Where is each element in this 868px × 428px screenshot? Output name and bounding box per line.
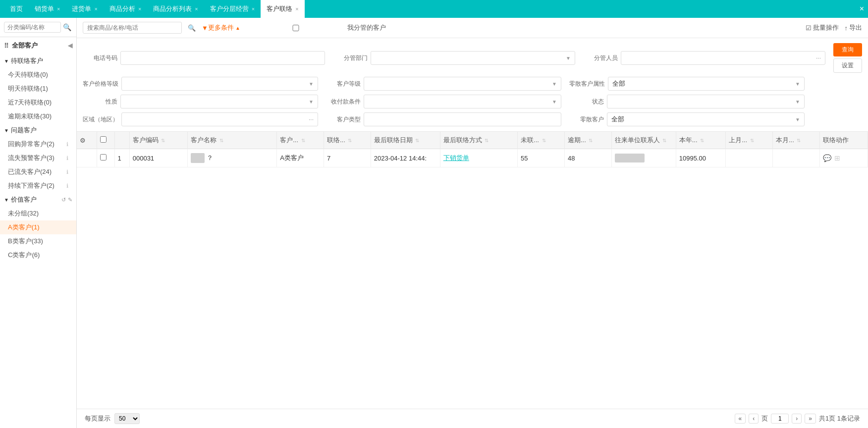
close-sales-tab[interactable]: × <box>57 6 60 12</box>
sidebar-item-class-a[interactable]: A类客户(1) <box>0 220 76 234</box>
customer-tier-select[interactable]: ▼ <box>364 77 561 91</box>
setting-button[interactable]: 设置 <box>833 58 862 73</box>
sidebar-item-class-c[interactable]: C类客户(6) <box>0 248 76 262</box>
retail-customer-select[interactable]: 全部 ▼ <box>607 112 805 126</box>
contact-placeholder <box>615 154 645 162</box>
prev-page-btn[interactable]: ‹ <box>749 414 759 424</box>
dept-select[interactable]: ▼ <box>371 51 575 65</box>
manager-label: 分管人员 <box>583 54 618 62</box>
sidebar-all-customers[interactable]: ⠿ 全部客户 ◀ <box>0 37 76 54</box>
content-area: 🔍 ▼ 更多条件 ▲ 我分管的客户 ☑ 批量操作 ↑ 导出 <box>77 18 868 428</box>
th-last-date[interactable]: 最后联络日期 ⇅ <box>371 132 440 149</box>
refresh-icon[interactable]: ↺ <box>61 197 66 203</box>
th-contact-count[interactable]: 联络... ⇅ <box>324 132 371 149</box>
nav-customer-contact[interactable]: 客户联络 × <box>261 0 304 18</box>
td-checkbox <box>97 149 114 167</box>
advanced-filter: 电话号码 分管部门 ▼ 分管人员 ··· <box>77 38 868 132</box>
retail-attr-select[interactable]: 全部 ▼ <box>608 77 805 91</box>
per-page-select[interactable]: 50 20 100 <box>114 413 140 424</box>
sidebar-item-unclassified[interactable]: 未分组(32) <box>0 207 76 220</box>
close-purchase-tab[interactable]: × <box>94 6 97 12</box>
status-select[interactable]: ▼ <box>607 95 805 108</box>
sidebar-item-churned[interactable]: 已流失客户(24) ℹ <box>0 165 76 179</box>
td-last-month <box>726 149 773 167</box>
price-tier-select[interactable]: ▼ <box>121 77 318 91</box>
sidebar-item-week[interactable]: 近7天待联络(0) <box>0 96 76 109</box>
nav-purchase[interactable]: 进货单 × <box>66 0 103 18</box>
th-last-month[interactable]: 上月... ⇅ <box>726 132 773 149</box>
phone-input[interactable] <box>120 51 325 65</box>
manager-select[interactable]: ··· <box>621 51 825 65</box>
field-retail-attr: 零散客户属性 全部 ▼ <box>569 77 805 91</box>
export-btn[interactable]: ↑ 导出 <box>845 23 863 32</box>
nature-label: 性质 <box>83 98 117 106</box>
nature-select[interactable]: ▼ <box>120 95 318 108</box>
th-overdue[interactable]: 逾期... ⇅ <box>564 132 611 149</box>
th-action: 联络动作 <box>819 132 868 149</box>
th-this-year[interactable]: 本年... ⇅ <box>676 132 725 149</box>
search-input[interactable] <box>83 22 182 34</box>
row-checkbox[interactable] <box>100 154 107 160</box>
close-all-tabs[interactable]: × <box>860 4 864 13</box>
nav-customer-tier[interactable]: 客户分层经营 × <box>204 0 261 18</box>
sidebar-item-tomorrow[interactable]: 明天待联络(1) <box>0 82 76 96</box>
nav-product-analysis[interactable]: 商品分析 × <box>104 0 147 18</box>
retail-customer-label: 零散客户 <box>569 115 604 124</box>
sidebar-item-declining[interactable]: 持续下滑客户(2) ℹ <box>0 179 76 193</box>
customer-type-select[interactable] <box>364 112 561 126</box>
payment-select[interactable]: ▼ <box>364 95 561 108</box>
th-this-month[interactable]: 本月... ⇅ <box>772 132 819 149</box>
last-page-btn[interactable]: » <box>805 414 816 424</box>
more-filters-btn[interactable]: ▼ 更多条件 ▲ <box>202 23 240 32</box>
nav-product-analysis-list[interactable]: 商品分析列表 × <box>147 0 204 18</box>
batch-operation-btn[interactable]: ☑ 批量操作 <box>806 23 839 32</box>
my-customers-checkbox-label[interactable]: 我分管的客户 <box>246 23 386 32</box>
th-row-no <box>114 132 129 149</box>
field-customer-type: 客户类型 <box>326 112 561 126</box>
sidebar-item-class-b[interactable]: B类客户(33) <box>0 234 76 248</box>
th-unit-contact[interactable]: 往来单位联系人 ⇅ <box>611 132 676 149</box>
sidebar-collapse-btn[interactable]: ◀ <box>68 42 72 49</box>
close-customer-tier-tab[interactable]: × <box>252 6 255 12</box>
close-product-list-tab[interactable]: × <box>195 6 198 12</box>
select-all-checkbox[interactable] <box>100 136 107 143</box>
last-method-link[interactable]: 下销货单 <box>443 154 469 161</box>
td-code: 000031 <box>129 149 187 167</box>
sidebar-search-input[interactable] <box>4 22 61 33</box>
region-select[interactable]: ··· <box>121 112 318 126</box>
edit-icon[interactable]: ✎ <box>68 197 72 203</box>
sidebar-item-churn-warning[interactable]: 流失预警客户(3) ℹ <box>0 151 76 165</box>
section-pending-contact[interactable]: ▼ 待联络客户 <box>0 54 76 68</box>
my-customers-checkbox[interactable] <box>246 25 345 31</box>
sidebar-item-repurchase-anomaly[interactable]: 回购异常客户(2) ℹ <box>0 137 76 151</box>
sidebar-item-today[interactable]: 今天待联络(0) <box>0 68 76 82</box>
th-code[interactable]: 客户编码 ⇅ <box>129 132 187 149</box>
close-product-analysis-tab[interactable]: × <box>138 6 141 12</box>
nav-home[interactable]: 首页 <box>4 0 29 18</box>
settings-icon[interactable]: ⚙ <box>80 137 86 144</box>
sidebar-item-overdue[interactable]: 逾期未联络(30) <box>0 109 76 123</box>
nav-sales[interactable]: 销货单 × <box>29 0 66 18</box>
td-this-month <box>772 149 819 167</box>
first-page-btn[interactable]: « <box>735 414 746 424</box>
message-icon[interactable]: 💬 <box>823 154 831 162</box>
qr-icon[interactable]: ⊞ <box>834 154 840 162</box>
manager-dots: ··· <box>816 54 821 61</box>
total-label: 共1页 1条记录 <box>819 414 860 423</box>
page-number-input[interactable] <box>771 414 789 424</box>
filter-search-icon[interactable]: 🔍 <box>188 24 196 32</box>
td-actions: 💬 ⊞ <box>819 149 868 167</box>
close-customer-contact-tab[interactable]: × <box>295 6 298 12</box>
region-dots: ··· <box>309 116 314 123</box>
section-problem-customers[interactable]: ▼ 问题客户 <box>0 123 76 137</box>
th-name[interactable]: 客户名称 ⇅ <box>188 132 277 149</box>
th-not-contacted[interactable]: 未联... ⇅ <box>518 132 565 149</box>
sidebar-search-icon[interactable]: 🔍 <box>63 23 71 31</box>
th-last-method[interactable]: 最后联络方式 ⇅ <box>440 132 517 149</box>
section-value-customers[interactable]: ▼ 价值客户 ↺ ✎ <box>0 193 76 207</box>
th-type[interactable]: 客户... ⇅ <box>277 132 324 149</box>
field-manager: 分管人员 ··· <box>583 51 825 65</box>
td-type: A类客户 <box>277 149 324 167</box>
next-page-btn[interactable]: › <box>792 414 802 424</box>
query-button[interactable]: 查询 <box>833 43 862 56</box>
